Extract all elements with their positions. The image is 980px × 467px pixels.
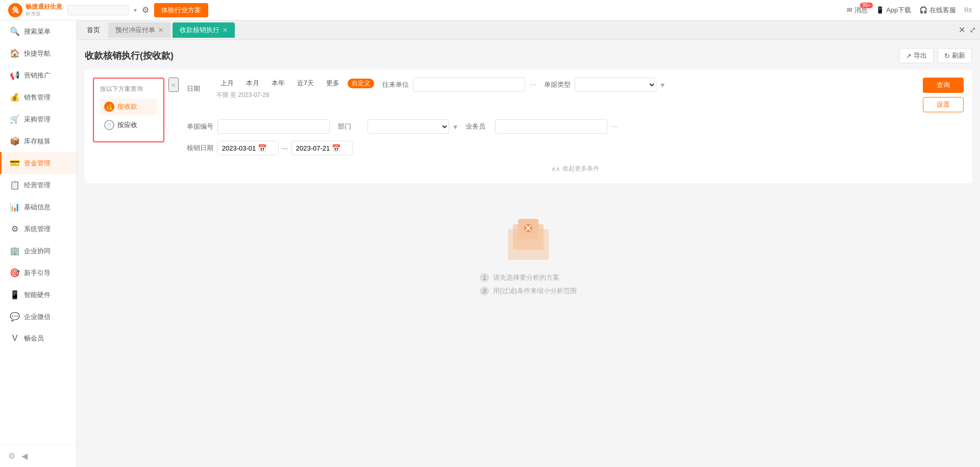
tab-bar-right: ✕ ⤢ [959, 25, 976, 35]
sidebar-item-basicinfo[interactable]: 📊 基础信息 [0, 196, 76, 218]
filter-scheme-title: 按以下方案查询 [100, 85, 157, 93]
page-actions: ↗ 导出 ↻ 刷新 [899, 48, 972, 63]
sales-icon: 💰 [10, 92, 20, 102]
sidebar-item-purchase[interactable]: 🛒 采购管理 [0, 108, 76, 130]
sidebar-item-inventory[interactable]: 📦 库存核算 [0, 130, 76, 152]
more-conditions-label: 收起更多条件 [562, 164, 599, 173]
sidebar-item-marketing[interactable]: 📢 营销推广 [0, 64, 76, 86]
refresh-button[interactable]: ↻ 刷新 [938, 48, 972, 63]
calendar-end-icon[interactable]: 📅 [332, 144, 340, 152]
settings-button[interactable]: 设置 [923, 97, 964, 112]
dept-select[interactable] [368, 119, 449, 134]
sidebar-item-enterprise[interactable]: 🏢 企业协同 [0, 240, 76, 262]
verify-date-range: 2023-03-01 📅 — 2023-07-21 📅 [217, 141, 353, 155]
more-conditions-button[interactable]: ∧∧ 收起更多条件 [545, 162, 605, 175]
member-icon: V [10, 334, 20, 343]
dept-label: 部门 [338, 122, 363, 131]
workspace-input[interactable] [67, 5, 129, 15]
sidebar-label-guide: 新手引导 [24, 268, 51, 278]
query-buttons: 查询 设置 [923, 78, 964, 112]
sidebar-item-search[interactable]: 🔍 搜索菜单 [0, 20, 76, 42]
message-button[interactable]: ✉ 消息 99+ [847, 6, 868, 15]
hardware-icon: 📱 [10, 290, 20, 300]
counterpart-field: 往来单位 ··· [382, 78, 536, 92]
refresh-icon: ↻ [944, 52, 950, 60]
sidebar-item-system[interactable]: ⚙ 系统管理 [0, 218, 76, 240]
operation-icon: 📋 [10, 180, 20, 190]
query-button[interactable]: 查询 [923, 78, 964, 93]
dept-dropdown-icon[interactable]: ▾ [453, 122, 457, 132]
filter-option-receivable-label: 按应收 [117, 120, 137, 130]
tab-expand-button[interactable]: ⤢ [969, 25, 976, 35]
date-btn-last-month[interactable]: 上月 [216, 78, 238, 89]
sidebar-item-guide[interactable]: 🎯 新手引导 [0, 262, 76, 284]
logo-title: 畅捷通好生意 [26, 3, 62, 10]
export-label: 导出 [914, 51, 927, 60]
tab-bar: 首页 预付冲应付单 ✕ 收款核销执行 ✕ ✕ ⤢ [77, 20, 980, 40]
tab-prepay-label: 预付冲应付单 [115, 26, 155, 35]
date-btn-this-year[interactable]: 本年 [267, 78, 289, 89]
online-service-button[interactable]: 🎧 在线客服 [919, 6, 956, 15]
empty-illustration [498, 214, 559, 265]
staff-more-icon[interactable]: ··· [611, 122, 618, 131]
export-button[interactable]: ↗ 导出 [899, 48, 934, 63]
sidebar-item-weixin[interactable]: 💬 企业微信 [0, 306, 76, 328]
filter-panel: 按以下方案查询 💰 按收款 ⏱ 按应收 « [85, 69, 972, 183]
date-btn-this-month[interactable]: 本月 [242, 78, 263, 89]
more-conditions-section: ∧∧ 收起更多条件 [187, 162, 964, 175]
verify-date-end-input[interactable]: 2023-07-21 📅 [291, 141, 353, 155]
bottom-settings-icon[interactable]: ⚙ [8, 451, 15, 461]
sidebar-label-search: 搜索菜单 [24, 27, 51, 36]
logo-icon: 兔 [8, 3, 22, 17]
sidebar-item-quicknav[interactable]: 🏠 快捷导航 [0, 42, 76, 64]
bill-no-label: 单据编号 [187, 122, 213, 131]
counterpart-more-icon[interactable]: ··· [529, 80, 536, 89]
sidebar-item-fund[interactable]: 💳 资金管理 [0, 152, 76, 174]
collapse-filter-button[interactable]: « [168, 78, 179, 92]
settings-icon[interactable]: ⚙ [142, 5, 149, 15]
tip-text-2: 用[过滤]条件来缩小分析范围 [493, 286, 576, 296]
tab-prepay-close-icon[interactable]: ✕ [158, 27, 163, 34]
bill-no-input[interactable] [217, 119, 330, 134]
export-icon: ↗ [906, 52, 912, 60]
sidebar-item-sales[interactable]: 💰 销售管理 [0, 86, 76, 108]
tab-prepay[interactable]: 预付冲应付单 ✕ [108, 22, 170, 38]
sidebar-label-hardware: 智能硬件 [24, 290, 51, 300]
date-btn-more[interactable]: 更多 [322, 78, 344, 89]
industry-button[interactable]: 体验行业方案 [154, 3, 208, 17]
tab-verify-close-icon[interactable]: ✕ [223, 27, 228, 34]
sidebar-item-member[interactable]: V 畅会员 [0, 328, 76, 349]
home-icon: 🏠 [10, 48, 20, 58]
main-layout: 🔍 搜索菜单 🏠 快捷导航 📢 营销推广 💰 销售管理 🛒 采购管理 📦 库存核… [0, 20, 980, 467]
sidebar-item-hardware[interactable]: 📱 智能硬件 [0, 284, 76, 306]
bill-type-dropdown-icon[interactable]: ▾ [660, 80, 665, 90]
tab-home[interactable]: 首页 [81, 22, 106, 38]
counterpart-input[interactable] [413, 78, 525, 92]
date-btn-7days[interactable]: 近7天 [293, 78, 318, 89]
receipt-icon: 💰 [104, 102, 114, 112]
app-download-button[interactable]: 📱 App下载 [876, 6, 911, 15]
date-separator: — [282, 144, 288, 152]
dropdown-chevron-icon[interactable]: ▾ [134, 7, 137, 14]
tab-close-all-button[interactable]: ✕ [959, 25, 965, 35]
bill-type-select[interactable] [575, 78, 656, 92]
sidebar-label-weixin: 企业微信 [24, 312, 51, 322]
sidebar-item-operation[interactable]: 📋 经营管理 [0, 174, 76, 196]
page-content: 收款核销执行(按收款) ↗ 导出 ↻ 刷新 按以下方案 [77, 40, 980, 467]
filter-option-by-receipt[interactable]: 💰 按收款 [100, 99, 157, 115]
content-area: 首页 预付冲应付单 ✕ 收款核销执行 ✕ ✕ ⤢ 收款核销执行(按收款) ↗ [77, 20, 980, 467]
app-label: App下载 [886, 6, 911, 15]
chevron-up-icon: ∧∧ [551, 165, 560, 173]
enterprise-icon: 🏢 [10, 246, 20, 256]
verify-date-start-value: 2023-03-01 [222, 144, 256, 152]
sidebar-label-system: 系统管理 [24, 225, 51, 234]
tab-verify[interactable]: 收款核销执行 ✕ [173, 22, 235, 38]
filter-option-by-receivable[interactable]: ⏱ 按应收 [100, 117, 157, 133]
staff-input[interactable] [495, 119, 607, 134]
staff-label: 业务员 [465, 122, 491, 131]
calendar-start-icon[interactable]: 📅 [258, 144, 266, 152]
bottom-collapse-icon[interactable]: ◀ [21, 451, 28, 461]
bill-no-field: 单据编号 [187, 119, 330, 134]
date-custom-tag[interactable]: 自定义 [348, 79, 374, 88]
verify-date-start-input[interactable]: 2023-03-01 📅 [217, 141, 279, 155]
